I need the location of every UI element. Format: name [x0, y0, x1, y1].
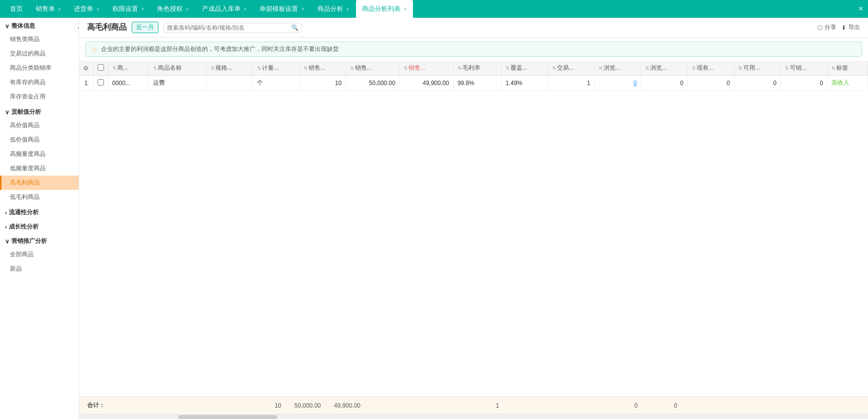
- sort-icon-spec: ⇅: [210, 65, 214, 71]
- col-sale-qty[interactable]: ⇅销售...: [299, 61, 346, 76]
- col-checkbox[interactable]: [93, 61, 108, 76]
- col-tag[interactable]: ⇅标签: [827, 61, 868, 76]
- tab-analysis-list-close[interactable]: ×: [404, 6, 407, 12]
- footer-trade-count: 1: [463, 402, 503, 409]
- share-button[interactable]: ⬡ 分享: [817, 23, 836, 32]
- sidebar-item-high-freq[interactable]: 高频量度商品: [0, 147, 79, 161]
- sidebar-group-flow-label: 流通性分析: [9, 208, 39, 217]
- sidebar-item-all-goods[interactable]: 全部商品: [0, 247, 79, 262]
- sort-icon-current-stock: ⇅: [692, 65, 696, 71]
- tab-analysis-label: 商品分析: [317, 4, 343, 13]
- scrollbar-thumb[interactable]: [178, 415, 277, 419]
- sidebar-group-overall-label: 整体信息: [11, 22, 35, 30]
- page-title: 高毛利商品: [87, 22, 127, 33]
- tab-template-close[interactable]: ×: [301, 6, 304, 12]
- sort-icon-sale-profit: ⇅: [404, 65, 408, 71]
- footer-current-stock: 0: [602, 402, 642, 409]
- tag-label: 高收入: [831, 79, 849, 86]
- footer-sale-amt: 50,000.00: [285, 402, 325, 409]
- tab-template-label: 单据模板设置: [259, 4, 298, 13]
- col-spec[interactable]: ⇅规格...: [206, 61, 253, 76]
- sidebar-group-marketing[interactable]: ∨ 营销推广分析: [0, 233, 79, 247]
- sort-icon-view-count: ⇅: [599, 65, 603, 71]
- sidebar-item-low-value[interactable]: 低价值商品: [0, 133, 79, 147]
- row-checkbox[interactable]: [93, 76, 108, 91]
- sidebar-group-contribution-label: 贡献值分析: [11, 108, 41, 116]
- row-sale-profit: 49,900.00: [400, 76, 453, 91]
- tab-stock-in-close[interactable]: ×: [244, 6, 247, 12]
- col-sale-amt[interactable]: ⇅销售...: [346, 61, 399, 76]
- col-sale-stock[interactable]: ⇅可销...: [781, 61, 827, 76]
- tab-purchase[interactable]: 进货单 ×: [68, 0, 105, 18]
- row-gross-margin: 99.8%: [453, 76, 501, 91]
- select-all-checkbox[interactable]: [98, 64, 104, 71]
- col-code[interactable]: ⇅商...: [108, 61, 149, 76]
- sort-icon-unit: ⇅: [257, 65, 261, 71]
- horizontal-scrollbar[interactable]: [79, 414, 868, 419]
- col-settings[interactable]: ⚙: [79, 61, 93, 76]
- sort-icon-sale-stock: ⇅: [785, 65, 789, 71]
- sidebar-item-new-goods[interactable]: 新品: [0, 262, 79, 276]
- tab-sales[interactable]: 销售单 ×: [30, 0, 67, 18]
- sort-icon-gross-margin: ⇅: [458, 65, 461, 71]
- search-input[interactable]: [167, 24, 291, 31]
- col-name[interactable]: ⇅商品名称: [149, 61, 206, 76]
- tab-analysis[interactable]: 商品分析 ×: [311, 0, 355, 18]
- export-label: 导出: [848, 23, 860, 32]
- sidebar-group-growth[interactable]: › 成长性分析: [0, 219, 79, 233]
- row-sale-qty: 10: [299, 76, 346, 91]
- tab-analysis-list[interactable]: 商品分析列表 ×: [356, 0, 412, 18]
- sidebar-item-sales-goods[interactable]: 销售类商品: [0, 32, 79, 47]
- sidebar-item-high-value[interactable]: 高价值商品: [0, 118, 79, 133]
- col-view-count2[interactable]: ⇅浏览...: [641, 61, 688, 76]
- info-icon: ☆: [92, 46, 98, 53]
- tab-permissions[interactable]: 权限设置 ×: [106, 0, 150, 18]
- search-icon[interactable]: 🔍: [291, 24, 299, 31]
- col-unit[interactable]: ⇅计量...: [253, 61, 299, 76]
- export-button[interactable]: ⬇ 导出: [841, 23, 860, 32]
- tab-permissions-close[interactable]: ×: [141, 6, 144, 12]
- col-trade-count[interactable]: ⇅交易...: [548, 61, 595, 76]
- tab-stock-in[interactable]: 产成品入库单 ×: [196, 0, 253, 18]
- row-coverage: 1.49%: [502, 76, 548, 91]
- sidebar-item-in-stock[interactable]: 有库存的商品: [0, 75, 79, 90]
- sidebar-item-traded-goods[interactable]: 交易过的商品: [0, 47, 79, 61]
- col-gross-margin[interactable]: ⇅毛利率: [453, 61, 501, 76]
- tab-purchase-label: 进货单: [74, 4, 93, 13]
- col-view-count[interactable]: ⇅浏览...: [595, 61, 641, 76]
- tab-sales-close[interactable]: ×: [58, 6, 61, 12]
- window-close-button[interactable]: ×: [859, 4, 863, 13]
- table-wrapper[interactable]: ⚙ ⇅商... ⇅商品名称 ⇅规格... ⇅计量... ⇅销售... ⇅销售..…: [79, 61, 868, 396]
- col-sale-profit[interactable]: ⇅销售...: [400, 61, 453, 76]
- footer-total-label: 合计：: [87, 401, 107, 410]
- row-sale-stock: 0: [781, 76, 827, 91]
- tab-analysis-close[interactable]: ×: [346, 6, 349, 12]
- info-banner: ☆ 企业的主要的利润都是这部分商品创造的，可考虑加大推广，同时关注库存是不要出现…: [85, 42, 862, 57]
- row-unit: 个: [253, 76, 299, 91]
- col-coverage[interactable]: ⇅覆盖...: [502, 61, 548, 76]
- sort-icon-sale-qty: ⇅: [304, 65, 307, 71]
- tab-home[interactable]: 首页: [4, 0, 29, 18]
- tab-home-label: 首页: [10, 4, 23, 13]
- filter-recent-month-button[interactable]: 近一月: [132, 22, 158, 33]
- sidebar-item-high-margin[interactable]: 高毛利商品: [0, 176, 79, 190]
- sidebar-item-capital[interactable]: 库存资金占用: [0, 90, 79, 104]
- row-select-checkbox[interactable]: [98, 79, 104, 86]
- tab-template[interactable]: 单据模板设置 ×: [254, 0, 310, 18]
- sidebar-item-low-freq[interactable]: 低频量度商品: [0, 161, 79, 176]
- row-view-count[interactable]: 0: [595, 76, 641, 91]
- sidebar-group-contribution[interactable]: ∨ 贡献值分析: [0, 104, 79, 118]
- sidebar-item-category-rate[interactable]: 商品分类助销率: [0, 61, 79, 75]
- tab-roles-close[interactable]: ×: [186, 6, 189, 12]
- tab-purchase-close[interactable]: ×: [96, 6, 99, 12]
- col-avail-stock[interactable]: ⇅可用...: [734, 61, 781, 76]
- share-icon: ⬡: [817, 24, 822, 31]
- tab-roles[interactable]: 角色授权 ×: [151, 0, 195, 18]
- col-current-stock[interactable]: ⇅现有...: [688, 61, 734, 76]
- sidebar-group-flow[interactable]: › 流通性分析: [0, 204, 79, 219]
- sort-icon-tag: ⇅: [831, 65, 835, 71]
- sidebar-group-overall[interactable]: ∨ 整体信息: [0, 18, 79, 32]
- sort-icon-name: ⇅: [153, 65, 157, 71]
- footer-bar: 合计： 10 50,000.00 49,900.00 1 0 0: [79, 396, 868, 414]
- sidebar-item-low-margin[interactable]: 低毛利商品: [0, 190, 79, 204]
